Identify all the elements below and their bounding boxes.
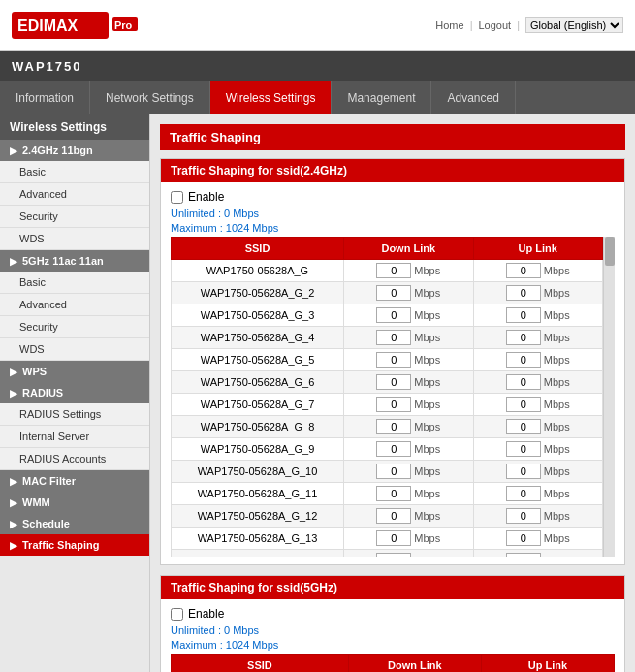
downlink-input[interactable]: [376, 530, 411, 546]
sidebar-group-mac-label[interactable]: ▶ MAC Filter: [0, 470, 149, 492]
table-row: WAP1750-05628A_G_11 Mbps Mbps: [172, 483, 603, 505]
downlink-input[interactable]: [376, 330, 411, 345]
scrollbar-24ghz[interactable]: [603, 237, 615, 557]
downlink-cell: Mbps: [344, 349, 474, 371]
logo-svg: EDIMAX Pro: [12, 8, 138, 43]
sidebar-group-24ghz-label[interactable]: ▶ 2.4GHz 11bgn: [0, 140, 149, 161]
sidebar-item-wds-24[interactable]: WDS: [0, 228, 149, 250]
ssid-cell: WAP1750-05628A_G_13: [172, 528, 344, 550]
sidebar-item-radius-accounts[interactable]: RADIUS Accounts: [0, 448, 149, 470]
tab-network-settings[interactable]: Network Settings: [90, 81, 210, 114]
sidebar-item-advanced-24[interactable]: Advanced: [0, 183, 149, 206]
ts-24ghz-scroll[interactable]: SSID Down Link Up Link WAP1750-05628A_G …: [171, 237, 603, 557]
sidebar-group-traffic-label[interactable]: ▶ Traffic Shaping: [0, 534, 149, 556]
downlink-cell: Mbps: [344, 550, 474, 558]
sidebar-item-security-24[interactable]: Security: [0, 206, 149, 228]
table-row: WAP1750-05628A_G_4 Mbps Mbps: [172, 327, 603, 349]
uplink-input[interactable]: [506, 397, 541, 412]
uplink-input[interactable]: [506, 441, 541, 457]
sidebar-group-wmm-label[interactable]: ▶ WMM: [0, 492, 149, 513]
ts-5ghz-enable-checkbox[interactable]: [171, 608, 183, 621]
downlink-cell: Mbps: [344, 528, 474, 550]
ts-5ghz-enable-row: Enable: [171, 607, 615, 621]
uplink-unit: Mbps: [544, 510, 570, 522]
uplink-input[interactable]: [506, 330, 541, 345]
uplink-input[interactable]: [506, 464, 541, 479]
downlink-input[interactable]: [376, 486, 411, 501]
sidebar-group-radius: ▶ RADIUS RADIUS Settings Internal Server…: [0, 382, 149, 470]
uplink-input[interactable]: [506, 553, 541, 557]
uplink-unit: Mbps: [544, 332, 570, 343]
home-link[interactable]: Home: [435, 19, 463, 31]
uplink-input[interactable]: [506, 307, 541, 323]
sidebar-group-24ghz: ▶ 2.4GHz 11bgn Basic Advanced Security W…: [0, 140, 149, 250]
downlink-input[interactable]: [376, 464, 411, 479]
tab-advanced[interactable]: Advanced: [431, 81, 515, 114]
arrow-icon-schedule: ▶: [10, 519, 17, 529]
uplink-cell: Mbps: [473, 371, 603, 394]
col-uplink-5g: Up Link: [481, 655, 614, 673]
col-ssid-5g: SSID: [172, 655, 349, 673]
uplink-cell: Mbps: [473, 327, 603, 349]
uplink-input[interactable]: [506, 508, 541, 524]
sidebar-item-internal-server[interactable]: Internal Server: [0, 426, 149, 448]
downlink-input[interactable]: [376, 397, 411, 412]
arrow-icon-5g: ▶: [10, 256, 17, 267]
uplink-input[interactable]: [506, 419, 541, 434]
sidebar-item-security-5g[interactable]: Security: [0, 316, 149, 338]
device-bar: WAP1750: [0, 51, 635, 81]
table-row: WAP1750-05628A_G_2 Mbps Mbps: [172, 282, 603, 304]
logout-link[interactable]: Logout: [478, 19, 511, 31]
sidebar-item-advanced-5g[interactable]: Advanced: [0, 294, 149, 316]
downlink-unit: Mbps: [414, 510, 440, 522]
sidebar-group-5ghz-label[interactable]: ▶ 5GHz 11ac 11an: [0, 250, 149, 272]
uplink-input[interactable]: [506, 352, 541, 368]
downlink-cell: Mbps: [344, 505, 474, 528]
uplink-cell: Mbps: [473, 282, 603, 304]
uplink-unit: Mbps: [544, 532, 570, 544]
downlink-input[interactable]: [376, 374, 411, 390]
downlink-input[interactable]: [376, 352, 411, 368]
ts-24ghz-unlimited: Unlimited : 0 Mbps: [171, 208, 615, 219]
sidebar-item-basic-24[interactable]: Basic: [0, 161, 149, 183]
sidebar-group-wps-label[interactable]: ▶ WPS: [0, 361, 149, 382]
table-row: WAP1750-05628A_G Mbps Mbps: [172, 260, 603, 282]
downlink-unit: Mbps: [414, 532, 440, 544]
uplink-unit: Mbps: [544, 488, 570, 499]
downlink-input[interactable]: [376, 307, 411, 323]
tab-wireless-settings[interactable]: Wireless Settings: [210, 81, 333, 114]
header-links: Home | Logout | Global (English): [435, 17, 623, 33]
downlink-unit: Mbps: [414, 555, 440, 557]
uplink-input[interactable]: [506, 486, 541, 501]
downlink-input[interactable]: [376, 508, 411, 524]
arrow-icon-wps: ▶: [10, 367, 17, 377]
downlink-input[interactable]: [376, 441, 411, 457]
downlink-unit: Mbps: [414, 399, 440, 410]
language-select[interactable]: Global (English): [525, 17, 623, 33]
downlink-input[interactable]: [376, 263, 411, 278]
sidebar-item-radius-settings[interactable]: RADIUS Settings: [0, 403, 149, 426]
tab-management[interactable]: Management: [332, 81, 431, 114]
tab-information[interactable]: Information: [0, 81, 90, 114]
col-downlink-5g: Down Link: [348, 655, 481, 673]
uplink-input[interactable]: [506, 285, 541, 301]
table-row: WAP1750-05628A_G_13 Mbps Mbps: [172, 528, 603, 550]
downlink-input[interactable]: [376, 419, 411, 434]
ts-24ghz-enable-checkbox[interactable]: [171, 191, 183, 204]
sidebar-group-radius-label[interactable]: ▶ RADIUS: [0, 382, 149, 403]
uplink-input[interactable]: [506, 263, 541, 278]
uplink-input[interactable]: [506, 530, 541, 546]
table-row: WAP1750-05628A_G_5 Mbps Mbps: [172, 349, 603, 371]
sidebar-item-basic-5g[interactable]: Basic: [0, 272, 149, 294]
downlink-input[interactable]: [376, 553, 411, 557]
ts-5ghz-table: SSID Down Link Up Link: [171, 654, 615, 672]
downlink-cell: Mbps: [344, 461, 474, 483]
downlink-input[interactable]: [376, 285, 411, 301]
uplink-unit: Mbps: [544, 265, 570, 276]
uplink-input[interactable]: [506, 374, 541, 390]
ts-5ghz-title: Traffic Shaping for ssid(5GHz): [161, 576, 624, 599]
sidebar-group-schedule-label[interactable]: ▶ Schedule: [0, 513, 149, 534]
uplink-unit: Mbps: [544, 399, 570, 410]
sidebar-item-wds-5g[interactable]: WDS: [0, 338, 149, 361]
uplink-unit: Mbps: [544, 376, 570, 388]
